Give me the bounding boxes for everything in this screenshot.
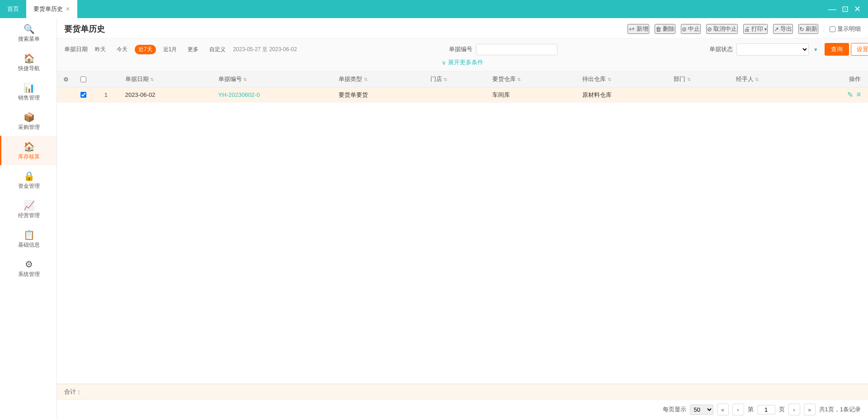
row-action-cell: ✎ ≡ xyxy=(807,87,868,103)
close-icon[interactable]: ✕ xyxy=(854,4,861,14)
stop-label: 中止 xyxy=(688,25,700,33)
row-seq: 1 xyxy=(91,87,121,103)
select-all-checkbox[interactable] xyxy=(80,76,86,82)
operations-icon: 📈 xyxy=(24,201,35,210)
tab-home-label: 首页 xyxy=(7,5,19,13)
sidebar-item-quick-nav-label: 快捷导航 xyxy=(18,65,40,72)
col-type[interactable]: 单据类型 ⇅ xyxy=(334,71,425,87)
date-btn-today[interactable]: 今天 xyxy=(113,45,131,54)
row-checkbox[interactable] xyxy=(80,92,86,98)
col-department[interactable]: 部门 ⇅ xyxy=(669,71,731,87)
summary-label: 合计： xyxy=(64,388,82,396)
page-number-input[interactable] xyxy=(757,405,775,414)
sort-store-icon: ⇅ xyxy=(443,77,447,82)
window-controls: — ⊡ ✕ xyxy=(828,4,868,14)
sidebar-item-system[interactable]: ⚙ 系统管理 xyxy=(0,253,57,283)
sort-department-icon: ⇅ xyxy=(687,77,691,82)
row-date: 2023-06-02 xyxy=(121,87,214,103)
inventory-icon: 🏠 xyxy=(24,142,35,151)
sidebar-item-finance[interactable]: 🔒 资金管理 xyxy=(0,165,57,195)
maximize-icon[interactable]: ⊡ xyxy=(842,4,849,14)
sidebar-item-operations[interactable]: 📈 经营管理 xyxy=(0,195,57,224)
sidebar-item-search[interactable]: 🔍 搜索菜单 xyxy=(0,18,57,48)
expand-row: ∨ 展开更多条件 xyxy=(64,58,861,67)
sort-req-warehouse-icon: ⇅ xyxy=(517,77,521,82)
col-req-warehouse[interactable]: 要货仓库 ⇅ xyxy=(488,71,578,87)
new-button[interactable]: + + 新增 xyxy=(627,24,649,34)
table-row[interactable]: 1 2023-06-02 YH-20230602-0 要货单要货 车间库 原材料… xyxy=(57,87,868,103)
sidebar-item-system-label: 系统管理 xyxy=(18,271,40,278)
next-page-button[interactable]: › xyxy=(788,404,800,415)
page-title: 要货单历史 xyxy=(64,24,105,34)
tab-requisition-history[interactable]: 要货单历史 ✕ xyxy=(26,0,77,18)
row-more-icon[interactable]: ≡ xyxy=(857,90,861,99)
row-number-link[interactable]: YH-20230602-0 xyxy=(218,91,260,98)
query-button[interactable]: 查询 xyxy=(825,43,849,56)
system-icon: ⚙ xyxy=(25,260,33,269)
col-handler[interactable]: 经手人 ⇅ xyxy=(731,71,807,87)
cancel-stop-icon: ⊘ xyxy=(707,26,712,33)
prev-page-button[interactable]: ‹ xyxy=(732,404,744,415)
new-label: + 新增 xyxy=(632,25,648,33)
refresh-button[interactable]: ↻ 刷新 xyxy=(798,24,818,34)
settings-button[interactable]: 设置 xyxy=(851,43,868,56)
row-settings-cell xyxy=(57,87,75,103)
sidebar-item-quick-nav[interactable]: 🏠 快捷导航 xyxy=(0,48,57,77)
export-icon: ↗ xyxy=(774,26,779,33)
pagination: 每页显示 50 10 20 100 « ‹ 第 页 › » 共1页，1条记录 xyxy=(57,400,868,419)
doc-status-select[interactable] xyxy=(736,43,809,56)
sidebar-item-operations-label: 经营管理 xyxy=(18,212,40,219)
row-type: 要货单要货 xyxy=(334,87,425,103)
doc-number-input[interactable] xyxy=(476,44,557,55)
page-suffix: 页 xyxy=(779,405,785,414)
home-icon: 🏠 xyxy=(24,54,35,63)
basic-info-icon: 📋 xyxy=(24,230,35,239)
data-table-wrap: ⚙ 单据日期 ⇅ 单据编号 ⇅ 单据类型 ⇅ 门店 ⇅ 要货仓库 ⇅ 待出仓库 … xyxy=(57,71,868,384)
cancel-stop-button[interactable]: ⊘ 取消中止 xyxy=(706,24,738,34)
col-store[interactable]: 门店 ⇅ xyxy=(426,71,488,87)
display-detail-checkbox[interactable] xyxy=(830,26,835,32)
minimize-icon[interactable]: — xyxy=(828,5,836,14)
sort-number-icon: ⇅ xyxy=(243,77,247,82)
col-number[interactable]: 单据编号 ⇅ xyxy=(214,71,334,87)
per-page-select[interactable]: 50 10 20 100 xyxy=(690,405,713,415)
expand-filter-button[interactable]: ∨ 展开更多条件 xyxy=(442,58,483,67)
row-edit-icon[interactable]: ✎ xyxy=(847,90,853,99)
sidebar-item-inventory[interactable]: 🏠 库存核算 xyxy=(0,136,57,165)
col-date[interactable]: 单据日期 ⇅ xyxy=(121,71,214,87)
filter-section-1: 单据日期 昨天 今天 近7天 近1月 更多 自定义 2023-05-27 至 2… xyxy=(64,43,861,56)
tab-home[interactable]: 首页 xyxy=(0,0,26,18)
delete-button[interactable]: 🗑 删除 xyxy=(655,24,675,34)
date-btn-more[interactable]: 更多 xyxy=(184,45,202,54)
sidebar-item-basic-info[interactable]: 📋 基础信息 xyxy=(0,224,57,253)
col-seq xyxy=(91,71,121,87)
sidebar-item-inventory-label: 库存核算 xyxy=(18,153,40,161)
date-btn-custom[interactable]: 自定义 xyxy=(206,45,229,54)
stop-button[interactable]: ⊘ 中止 xyxy=(681,24,701,34)
date-btn-7days[interactable]: 近7天 xyxy=(135,45,156,54)
date-btn-yesterday[interactable]: 昨天 xyxy=(91,45,109,54)
date-btn-1month[interactable]: 近1月 xyxy=(160,45,181,54)
last-page-button[interactable]: » xyxy=(804,404,816,415)
status-dropdown-icon: ▾ xyxy=(814,46,817,53)
content-area: 要货单历史 + + 新增 🗑 删除 ⊘ 中止 ⊘ 取消中止 xyxy=(57,18,868,419)
filter-row-1: 单据日期 昨天 今天 近7天 近1月 更多 自定义 2023-05-27 至 2… xyxy=(64,43,861,56)
col-action: 操作 xyxy=(807,71,868,87)
date-label: 单据日期 xyxy=(64,45,88,53)
first-page-button[interactable]: « xyxy=(717,404,729,415)
delete-label: 删除 xyxy=(663,25,675,33)
print-button[interactable]: 🖨 打印 ▾ xyxy=(743,24,768,34)
sidebar-item-purchase-label: 采购管理 xyxy=(18,124,40,131)
sort-pending-warehouse-icon: ⇅ xyxy=(608,77,611,82)
col-settings[interactable]: ⚙ xyxy=(57,71,75,87)
row-req-warehouse: 车间库 xyxy=(488,87,578,103)
refresh-label: 刷新 xyxy=(806,25,817,33)
export-button[interactable]: ↗ 导出 xyxy=(773,24,793,34)
row-department xyxy=(669,87,731,103)
tab-close-icon[interactable]: ✕ xyxy=(66,6,70,12)
toolbar: + + 新增 🗑 删除 ⊘ 中止 ⊘ 取消中止 🖨 打印 xyxy=(627,24,861,34)
sidebar-item-sales[interactable]: 📊 销售管理 xyxy=(0,77,57,106)
sidebar-item-purchase[interactable]: 📦 采购管理 xyxy=(0,106,57,136)
col-pending-warehouse[interactable]: 待出仓库 ⇅ xyxy=(578,71,669,87)
display-detail-toggle[interactable]: 显示明细 xyxy=(830,25,861,33)
